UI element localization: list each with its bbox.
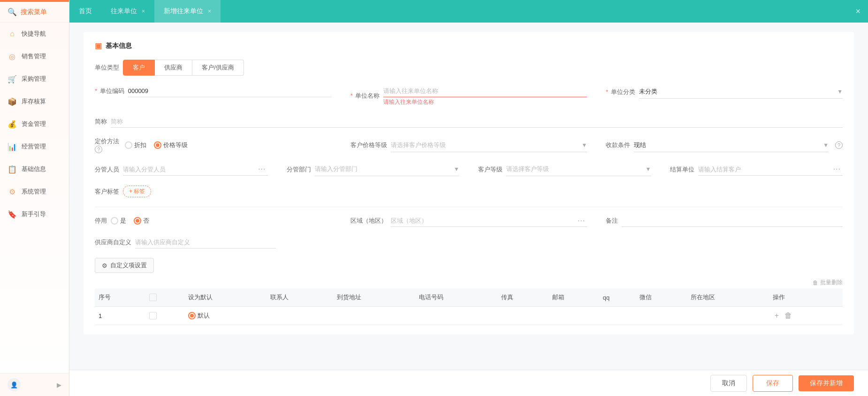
payment-terms-help[interactable]: ? (835, 141, 843, 149)
unit-type-customer-btn[interactable]: 客户 (123, 60, 155, 76)
disable-yes-radio[interactable]: 是 (111, 217, 126, 225)
supplier-custom-input[interactable] (135, 236, 276, 248)
short-name-field: 简称 (95, 116, 843, 128)
system-icon: ⚙ (8, 187, 17, 196)
customer-price-level-label: 客户价格等级 (350, 141, 387, 149)
unit-category-arrow: ▼ (837, 88, 843, 95)
batch-delete-btn[interactable]: 🗑 批量删除 (813, 279, 843, 287)
unit-code-input[interactable] (128, 85, 332, 97)
unit-category-required: * (606, 88, 608, 95)
manager-label: 分管人员 (95, 165, 119, 174)
department-select[interactable]: 请输入分管部门 ▼ (315, 163, 460, 176)
unit-name-input[interactable] (383, 85, 587, 97)
window-close-button[interactable]: × (848, 7, 868, 16)
unit-type-both-btn[interactable]: 客户/供应商 (192, 60, 244, 76)
col-qq: qq (599, 288, 636, 307)
row-add-btn[interactable]: + (773, 311, 781, 319)
operations-icon: 📊 (8, 142, 17, 151)
tab-partners[interactable]: 往来单位 × (101, 0, 154, 23)
sidebar-expand-icon[interactable]: ▶ (57, 381, 61, 388)
manager-input[interactable] (123, 163, 256, 175)
payment-terms-arrow: ▼ (823, 142, 829, 148)
sidebar-item-finance[interactable]: 💰 资金管理 (0, 113, 69, 135)
save-button[interactable]: 保存 (753, 375, 793, 392)
tab-home[interactable]: 首页 (69, 0, 101, 23)
customer-price-level-select[interactable]: 请选择客户价格等级 ▼ (391, 139, 587, 152)
row-checkbox[interactable] (149, 312, 157, 319)
sidebar-item-basic-info[interactable]: 📋 基础信息 (0, 158, 69, 180)
basic-info-icon: 📋 (8, 164, 17, 174)
unit-code-required: * (95, 87, 97, 94)
disable-no-radio[interactable]: 否 (134, 217, 149, 225)
customer-level-select[interactable]: 请选择客户等级 ▼ (506, 163, 651, 176)
unit-type-supplier-btn[interactable]: 供应商 (155, 60, 192, 76)
section-title-icon: ▣ (95, 41, 102, 50)
tag-add-btn[interactable]: + 标签 (123, 186, 151, 197)
custom-settings-icon: ⚙ (102, 262, 107, 269)
tab-new-partner-close[interactable]: × (208, 8, 211, 15)
remark-input[interactable] (622, 215, 843, 227)
unit-category-label: * 单位分类 (606, 88, 635, 96)
disable-radio-group: 是 否 (111, 217, 149, 225)
row-default-radio[interactable]: 默认 (188, 311, 263, 320)
short-name-input[interactable] (111, 116, 843, 128)
customer-level-label: 客户等级 (478, 165, 503, 174)
sidebar-item-label: 销售管理 (22, 52, 46, 61)
tab-partners-close[interactable]: × (142, 8, 145, 15)
col-action: 操作 (769, 288, 843, 307)
manager-more-btn[interactable]: ··· (256, 165, 267, 173)
tags-row: 客户标签 + 标签 (95, 186, 843, 197)
unit-name-label: * 单位名称 (350, 92, 380, 100)
supplier-custom-row: 供应商自定义 (95, 236, 843, 248)
sidebar-search[interactable]: 🔍 搜索菜单 (0, 2, 69, 23)
sidebar-item-label: 基础信息 (22, 165, 46, 173)
content-area: ▣ 基本信息 单位类型 客户 供应商 客户/供应商 * (69, 23, 868, 370)
unit-name-field: * 单位名称 请输入往来单位名称 (350, 85, 587, 106)
disable-label: 停用 (95, 217, 107, 225)
custom-settings-btn[interactable]: ⚙ 自定义项设置 (95, 258, 154, 273)
region-input[interactable] (391, 215, 576, 226)
settlement-unit-field: 结算单位 ··· (670, 163, 843, 176)
unit-category-field: * 单位分类 未分类 ▼ (606, 85, 843, 99)
pricing-grade-radio[interactable]: 价格等级 (154, 141, 188, 149)
row-phone (415, 307, 497, 325)
pricing-help-icon[interactable]: ? (95, 146, 121, 153)
short-name-row: 简称 (95, 116, 843, 128)
select-all-checkbox[interactable] (149, 294, 157, 301)
sidebar-item-quick-nav[interactable]: ⌂ 快捷导航 (0, 23, 69, 45)
region-more-btn[interactable]: ··· (576, 217, 587, 225)
tab-new-partner[interactable]: 新增往来单位 × (154, 0, 221, 23)
sidebar-item-inventory[interactable]: 📦 库存核算 (0, 90, 69, 113)
sidebar-item-purchase-mgmt[interactable]: 🛒 采购管理 (0, 68, 69, 90)
sidebar-bottom: 👤 ▶ (0, 373, 69, 396)
form-card: ▣ 基本信息 单位类型 客户 供应商 客户/供应商 * (84, 32, 854, 334)
row-delete-btn[interactable]: 🗑 (783, 311, 794, 319)
user-avatar: 👤 (8, 378, 21, 391)
remark-field: 备注 (606, 215, 843, 227)
cancel-button[interactable]: 取消 (710, 375, 747, 392)
payment-terms-select[interactable]: 现结 ▼ (634, 139, 829, 152)
col-default: 设为默认 (184, 288, 266, 307)
sidebar-item-new-guide[interactable]: 🔖 新手引导 (0, 203, 69, 225)
settlement-unit-input[interactable] (698, 163, 831, 175)
save-and-new-button[interactable]: 保存并新增 (799, 375, 854, 391)
sidebar-item-sales-mgmt[interactable]: ◎ 销售管理 (0, 45, 69, 68)
pricing-help: ? (95, 146, 102, 153)
batch-delete-label: 批量删除 (820, 279, 843, 287)
col-address: 到货地址 (333, 288, 415, 307)
sidebar-search-label: 搜索菜单 (21, 8, 47, 16)
sidebar-item-label: 系统管理 (22, 187, 46, 196)
sidebar-item-system-mgmt[interactable]: ⚙ 系统管理 (0, 180, 69, 203)
sidebar-item-operations[interactable]: 📊 经营管理 (0, 135, 69, 158)
manager-input-container: ··· (123, 163, 268, 176)
manager-field: 分管人员 ··· (95, 163, 268, 176)
pricing-discount-radio[interactable]: 折扣 (125, 141, 146, 149)
tab-home-label: 首页 (79, 7, 92, 16)
row-default-cell: 默认 (184, 307, 266, 325)
settlement-unit-more-btn[interactable]: ··· (831, 165, 843, 173)
row-contact (266, 307, 333, 325)
unit-category-select[interactable]: 未分类 ▼ (639, 85, 843, 99)
unit-type-field: 单位类型 客户 供应商 客户/供应商 (95, 60, 843, 76)
tags-field: 客户标签 + 标签 (95, 186, 843, 197)
unit-code-label: * 单位编码 (95, 87, 124, 95)
